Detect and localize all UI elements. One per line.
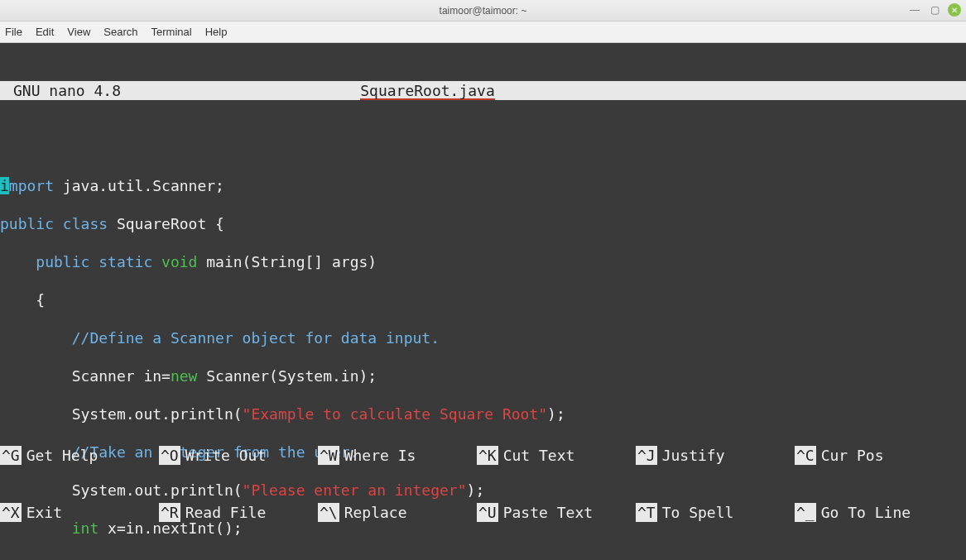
shortcut-paste-text[interactable]: ^UPaste Text	[477, 503, 636, 522]
shortcut-justify[interactable]: ^JJustify	[636, 446, 795, 465]
close-button[interactable]: ✕	[948, 3, 961, 17]
shortcut-cur-pos[interactable]: ^CCur Pos	[795, 446, 954, 465]
shortcut-exit[interactable]: ^XExit	[0, 503, 159, 522]
shortcut-to-spell[interactable]: ^TTo Spell	[636, 503, 795, 522]
shortcut-where-is[interactable]: ^WWhere Is	[318, 446, 477, 465]
shortcut-cut-text[interactable]: ^KCut Text	[477, 446, 636, 465]
maximize-button[interactable]: ▢	[928, 3, 941, 17]
nano-header: GNU nano 4.8 SquareRoot.java	[0, 81, 966, 100]
window: taimoor@taimoor: ~ ― ▢ ✕ File Edit View …	[0, 0, 966, 560]
window-title: taimoor@taimoor: ~	[440, 5, 527, 17]
menubar: File Edit View Search Terminal Help	[0, 22, 966, 43]
shortcut-write-out[interactable]: ^OWrite Out	[159, 446, 318, 465]
menu-search[interactable]: Search	[103, 26, 137, 38]
menu-file[interactable]: File	[5, 26, 22, 38]
shortcut-get-help[interactable]: ^GGet Help	[0, 446, 159, 465]
window-controls: ― ▢ ✕	[908, 3, 961, 17]
nano-shortcut-bar: ^GGet Help ^OWrite Out ^WWhere Is ^KCut …	[0, 408, 966, 560]
titlebar: taimoor@taimoor: ~ ― ▢ ✕	[0, 0, 966, 22]
nano-filename: SquareRoot.java	[360, 81, 495, 100]
menu-view[interactable]: View	[67, 26, 90, 38]
shortcut-replace[interactable]: ^\Replace	[318, 503, 477, 522]
menu-terminal[interactable]: Terminal	[151, 26, 192, 38]
minimize-button[interactable]: ―	[908, 3, 921, 17]
shortcut-go-to-line[interactable]: ^_Go To Line	[795, 503, 954, 522]
nano-app: GNU nano 4.8	[13, 81, 121, 100]
cursor: i	[0, 177, 9, 194]
menu-help[interactable]: Help	[205, 26, 228, 38]
menu-edit[interactable]: Edit	[36, 26, 54, 38]
terminal[interactable]: GNU nano 4.8 SquareRoot.java import java…	[0, 43, 966, 560]
shortcut-read-file[interactable]: ^RRead File	[159, 503, 318, 522]
